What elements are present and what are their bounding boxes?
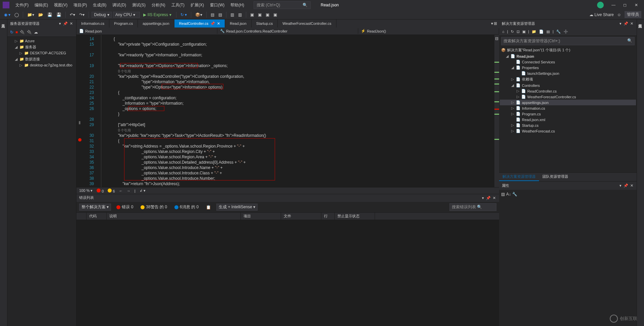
breadcrumb-method[interactable]: ⚡ ReadJson() <box>358 28 499 34</box>
line-ending-icon[interactable]: ↲ ▾ <box>140 188 146 193</box>
tab-team-explorer[interactable]: 团队资源管理器 <box>539 173 572 181</box>
menu-工具(T)[interactable]: 工具(T) <box>169 1 187 9</box>
menu-项目(P)[interactable]: 项目(P) <box>71 1 90 9</box>
quick-search-input[interactable]: 搜索 (Ctrl+Q)🔍 <box>254 1 311 9</box>
nav-prev-icon[interactable]: ← <box>119 189 123 193</box>
solution-tree-item[interactable]: ▷ 📄 WeatherForecastController.cs <box>500 94 636 100</box>
solution-tree-item[interactable]: ▷ 📄 Startup.cs <box>500 122 636 128</box>
tool-icon[interactable]: ▤ <box>545 29 551 35</box>
dropdown-icon[interactable]: ▾ <box>58 21 62 26</box>
tool-icon[interactable]: ▣ <box>249 12 255 18</box>
split-icon[interactable]: ⊟ <box>495 36 498 41</box>
server-tree-item[interactable]: ▷ 📁 Azure <box>9 38 75 44</box>
solution-tree-item[interactable]: 📄 Read.json.xml <box>500 117 636 122</box>
pin-icon[interactable]: 📌 <box>623 183 629 188</box>
error-column-header[interactable]: 行 <box>321 213 335 220</box>
dropdown-icon[interactable]: ▾ <box>619 183 622 188</box>
menu-扩展(X)[interactable]: 扩展(X) <box>188 1 207 9</box>
error-column-header[interactable] <box>76 213 87 220</box>
server-tree-item[interactable]: ▷ 📁 desktop-ac7g2eg.test.dbo <box>9 62 75 68</box>
save-all-button[interactable]: 💾 <box>55 12 63 18</box>
dropdown-icon[interactable]: ▾ <box>481 195 485 201</box>
tool-icon[interactable]: ▤ <box>217 12 223 18</box>
solution-tree-item[interactable]: ▷ 📄 WeatherForecast.cs <box>500 128 636 134</box>
solution-root[interactable]: 📦 解决方案"Read.json"(1 个项目/共 1 个) <box>500 47 636 53</box>
new-project-button[interactable]: 📁▾ <box>26 12 36 18</box>
refresh-button[interactable]: ↻ ▾ <box>179 12 188 18</box>
platform-combo[interactable]: Any CPU ▾ <box>113 12 140 18</box>
nav-fwd-button[interactable]: ◯ <box>13 12 20 18</box>
nav-next-icon[interactable]: → <box>127 189 130 193</box>
menu-窗口(W)[interactable]: 窗口(W) <box>207 1 227 9</box>
menu-编辑(E)[interactable]: 编辑(E) <box>32 1 51 9</box>
redo-button[interactable]: ↷▾ <box>78 12 86 18</box>
solution-tree-item[interactable]: ◢ 📄 Properties <box>500 65 636 70</box>
error-column-header[interactable]: 项目 <box>241 213 281 220</box>
property-pages-icon[interactable]: 🔧 <box>512 192 517 197</box>
solution-tree-item[interactable]: 📄 Connected Services <box>500 59 636 65</box>
tab-solution-explorer[interactable]: 解决方案资源管理器 <box>499 173 539 181</box>
error-count[interactable]: 0 <box>97 188 104 193</box>
tool-icon[interactable]: ▣ <box>264 12 271 18</box>
menu-测试(S)[interactable]: 测试(S) <box>129 1 148 9</box>
right-dock-rail[interactable]: 属性工具箱 <box>637 19 644 326</box>
solution-tree-item[interactable]: ▷ 📄 appsettings.json <box>500 100 636 105</box>
document-tab[interactable]: Read.json <box>225 19 252 28</box>
publish-button[interactable]: 📦▾ <box>194 12 204 18</box>
bookmark-icon[interactable]: ▮ <box>78 120 81 125</box>
solution-tree-item[interactable]: ◢ 📄 Controllers <box>500 83 636 88</box>
close-icon[interactable]: ✕ <box>69 21 73 26</box>
tool-icon[interactable]: ▤ <box>209 12 216 18</box>
solution-tree-item[interactable]: ▷ 📄 Information.cs <box>500 105 636 111</box>
document-tab[interactable]: Information.cs <box>76 19 109 28</box>
server-tree-item[interactable]: ◢ 📁 服务器 <box>9 44 75 50</box>
tool-icon[interactable]: 📄 <box>538 29 545 35</box>
menu-调试(D)[interactable]: 调试(D) <box>110 1 129 9</box>
pin-icon[interactable]: 📌 <box>623 21 629 26</box>
scope-combo[interactable]: 整个解决方案 ▾ <box>79 204 111 211</box>
tool-icon[interactable]: 🔧 <box>555 29 562 35</box>
menu-生成(B)[interactable]: 生成(B) <box>90 1 109 9</box>
document-tab[interactable]: Program.cs <box>109 19 138 28</box>
error-column-header[interactable]: 禁止显示状态 <box>335 213 375 220</box>
undo-button[interactable]: ↶▾ <box>68 12 76 18</box>
tool-icon[interactable]: 📁 <box>531 29 537 35</box>
config-combo[interactable]: Debug ▾ <box>92 12 111 18</box>
menu-帮助(H)[interactable]: 帮助(H) <box>228 1 247 9</box>
scroll-map[interactable]: ⊟ <box>494 35 499 187</box>
document-tab[interactable]: appsettings.json <box>138 19 174 28</box>
tool-icon[interactable]: ⊡ <box>516 29 521 35</box>
window-icon[interactable]: ⊞ <box>494 21 497 26</box>
nav-back-button[interactable]: ◉ ▾ <box>3 12 12 18</box>
refresh-icon[interactable]: ↻ <box>9 29 14 35</box>
tool-icon[interactable]: ↻ <box>510 29 515 35</box>
solution-search-input[interactable]: 搜索解决方案资源管理器(Ctrl+;)🔍 <box>501 37 635 45</box>
error-column-header[interactable]: 代码 <box>87 213 107 220</box>
open-file-button[interactable]: 📂 <box>37 12 45 18</box>
warnings-filter[interactable]: 38警告 的 0 <box>139 204 169 211</box>
close-icon[interactable]: ✕ <box>630 183 634 188</box>
solution-tree-item[interactable]: ▷ 📄 ReadController.cs <box>500 88 636 94</box>
server-tree-item[interactable]: ◢ 📁 数据连接 <box>9 56 75 62</box>
tool-icon[interactable]: ▣ <box>257 12 263 18</box>
menu-视图(V)[interactable]: 视图(V) <box>51 1 70 9</box>
dropdown-icon[interactable]: ▾ <box>619 21 622 26</box>
menu-文件(F)[interactable]: 文件(F) <box>13 1 31 9</box>
tool-icon[interactable]: ▣ <box>521 29 527 35</box>
server-tree-item[interactable]: ▷ 📁 DESKTOP-AC7G2EG <box>9 50 75 56</box>
azure-icon[interactable]: ☁ <box>33 29 39 35</box>
build-combo[interactable]: 生成 + IntelliSense ▾ <box>216 204 258 211</box>
document-tab[interactable]: Startup.cs <box>252 19 278 28</box>
solution-tree-item[interactable]: ▷ 📄 Program.cs <box>500 111 636 117</box>
live-share-button[interactable]: ☁ Live Share <box>589 12 614 17</box>
breakpoint-icon[interactable] <box>78 138 82 142</box>
solution-tree-item[interactable]: ◢ 📄 Read.json <box>500 53 636 59</box>
close-icon[interactable]: ✕ <box>217 21 220 26</box>
code-editor[interactable]: ▮ 14151719202122232425262829303132333435… <box>76 35 499 187</box>
tool-icon[interactable]: ▥ <box>237 12 243 18</box>
breadcrumb-project[interactable]: 📄 Read.json <box>76 28 217 34</box>
stop-icon[interactable]: ■ <box>15 29 18 35</box>
error-search-input[interactable]: 搜索错误列表 🔍 <box>449 203 496 211</box>
tool-icon[interactable]: ➕ <box>562 29 569 35</box>
close-button[interactable]: ✕ <box>631 1 641 9</box>
